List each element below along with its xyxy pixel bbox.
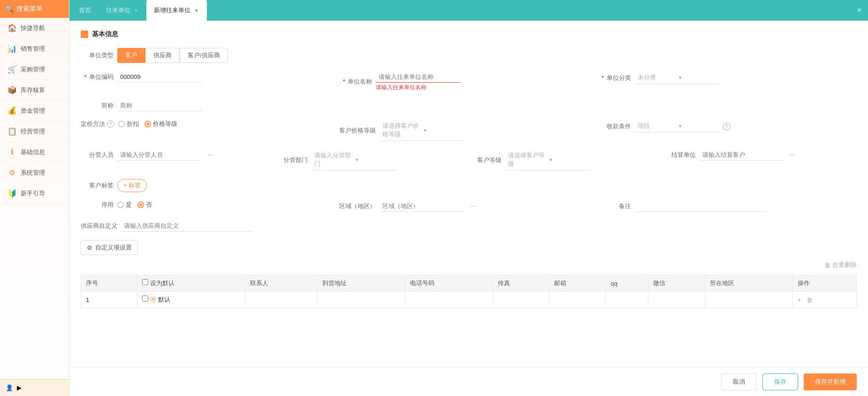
remark-input[interactable] [635, 201, 766, 212]
sidebar-item-sales[interactable]: 📊 销售管理 [0, 39, 69, 59]
cancel-button[interactable]: 取消 [721, 373, 757, 390]
tab-new-partner[interactable]: 新增往来单位 × [146, 0, 206, 21]
pricing-radio-level[interactable]: 价格等级 [145, 120, 177, 128]
customer-level-select[interactable]: 请选择客户等级 ▼ [505, 149, 590, 171]
td-email [549, 292, 606, 308]
pricing-radio-discount[interactable]: 折扣 [118, 120, 139, 128]
tab-new-partner-close[interactable]: × [193, 7, 199, 14]
row-checkbox[interactable] [142, 295, 148, 302]
sidebar-item-label: 新手引导 [21, 189, 45, 198]
delete-row-btn[interactable]: 🗑 [807, 296, 813, 303]
sidebar-item-system[interactable]: ⚙ 系统管理 [0, 163, 69, 183]
section-title-label: 基本信息 [92, 30, 118, 39]
region-more-btn[interactable]: ··· [468, 202, 478, 210]
th-contact: 联系人 [245, 275, 317, 292]
settlement-unit-input[interactable] [700, 149, 784, 161]
unit-category-select[interactable]: 未分类 ▼ [635, 71, 719, 84]
disabled-radio-no[interactable]: 否 [137, 201, 152, 209]
sidebar-item-guide[interactable]: 🔰 新手引导 [0, 183, 69, 204]
save-button[interactable]: 保存 [762, 373, 798, 390]
sidebar-item-basic-info[interactable]: ℹ 基础信息 [0, 142, 69, 163]
gear-icon: ⚙ [8, 168, 17, 177]
inventory-icon: 📦 [8, 85, 17, 94]
chevron-down-icon: ▼ [678, 75, 716, 80]
supplier-custom-input[interactable] [121, 220, 252, 232]
customer-tag-label: 客户标签 [81, 181, 114, 190]
default-radio[interactable]: ⦿ 默认 [150, 296, 170, 303]
tab-bar-close-all[interactable]: × [853, 4, 866, 16]
th-region: 所在地区 [705, 275, 792, 292]
unit-name-error-msg: 请输入往来单位名称 [376, 84, 460, 92]
add-tag-button[interactable]: + 标签 [117, 179, 147, 192]
sidebar-item-finance[interactable]: 💰 资金管理 [0, 101, 69, 121]
form-area: 基本信息 单位类型 客户 供应商 客户/供应商 * 单位编码 [69, 21, 868, 367]
sidebar-item-label: 快捷导航 [21, 24, 45, 32]
tab-home-label: 首页 [79, 6, 91, 15]
save-new-button[interactable]: 保存并新增 [804, 373, 857, 390]
tab-partner-list[interactable]: 往来单位 × [99, 0, 146, 21]
department-select[interactable]: 请输入分管部门 ▼ [312, 149, 396, 171]
info-icon: ℹ [8, 148, 17, 156]
custom-settings-button[interactable]: ⚙ 自定义项设置 [81, 240, 138, 255]
sidebar-item-operations[interactable]: 📋 经营管理 [0, 121, 69, 142]
chevron-down-icon-dept: ▼ [355, 157, 393, 163]
th-wechat: 微信 [648, 275, 705, 292]
remark-label: 备注 [598, 202, 631, 210]
tab-partner-list-close[interactable]: × [133, 7, 139, 14]
unit-type-row: 单位类型 客户 供应商 客户/供应商 [81, 48, 857, 63]
batch-delete-label[interactable]: 批量删除 [832, 261, 857, 269]
unit-type-field: 单位类型 客户 供应商 客户/供应商 [81, 48, 857, 63]
type-btn-both[interactable]: 客户/供应商 [180, 48, 228, 63]
td-action: + 🗑 [792, 292, 856, 308]
unit-code-input[interactable] [117, 71, 202, 83]
section-icon [81, 31, 88, 38]
payment-terms-select[interactable]: 现结 ▼ [635, 120, 719, 132]
search-menu[interactable]: 🔍 搜索菜单 [0, 0, 69, 18]
payment-terms-field: 收款条件 现结 ▼ ? [598, 120, 857, 132]
help-icon-payment[interactable]: ? [723, 123, 731, 130]
manager-field: 分管人员 ··· [81, 149, 275, 161]
chevron-down-icon-payment: ▼ [678, 124, 716, 129]
short-name-input[interactable] [117, 100, 202, 111]
add-row-btn[interactable]: + [798, 296, 801, 303]
custom-settings-area: ⚙ 自定义项设置 [81, 240, 857, 255]
th-address: 到货地址 [317, 275, 405, 292]
customer-price-level-select[interactable]: 请选择客户价格等级 ▼ [380, 120, 464, 141]
settlement-more-btn[interactable]: ··· [788, 151, 798, 159]
pricing-row: 定价方法 ? 折扣 价格等级 客户价格等级 请选择客户价 [81, 120, 857, 141]
td-address [317, 292, 405, 308]
pricing-radio-group: 折扣 价格等级 [118, 120, 177, 128]
unit-category-field: * 单位分类 未分类 ▼ [598, 71, 857, 84]
table-select-all[interactable] [142, 279, 148, 285]
radio-circle-yes [117, 202, 124, 208]
supplier-custom-field: 供应商自定义 [81, 220, 857, 232]
pricing-method-label: 定价方法 ? [81, 120, 114, 128]
home-icon: 🏠 [8, 23, 17, 32]
sidebar-item-quick-nav[interactable]: 🏠 快捷导航 [0, 18, 69, 39]
finance-icon: 💰 [8, 106, 17, 115]
td-contact [245, 292, 317, 308]
th-seq: 序号 [81, 275, 137, 292]
tab-home[interactable]: 首页 [71, 0, 99, 21]
user-avatar-icon: 👤 [6, 384, 13, 391]
sidebar-item-purchase[interactable]: 🛒 采购管理 [0, 59, 69, 80]
unit-name-input[interactable] [376, 71, 460, 83]
type-btn-customer[interactable]: 客户 [117, 48, 145, 63]
td-phone [405, 292, 493, 308]
th-action: 操作 [792, 275, 856, 292]
gear-small-icon: ⚙ [87, 244, 92, 251]
purchase-icon: 🛒 [8, 65, 17, 74]
required-star-name: * [343, 78, 345, 85]
supplier-custom-row: 供应商自定义 [81, 220, 857, 232]
expand-icon[interactable]: ▶ [17, 384, 22, 391]
disabled-radio-yes[interactable]: 是 [117, 201, 132, 209]
unit-category-label: * 单位分类 [598, 74, 631, 82]
help-icon-pricing[interactable]: ? [107, 120, 114, 128]
manager-more-btn[interactable]: ··· [206, 151, 215, 159]
required-star-cat: * [602, 74, 604, 81]
manager-input[interactable] [117, 149, 202, 161]
unit-code-field: * 单位编码 [81, 71, 339, 83]
sidebar-item-inventory[interactable]: 📦 库存核算 [0, 80, 69, 101]
type-btn-supplier[interactable]: 供应商 [145, 48, 180, 63]
region-input[interactable] [380, 201, 464, 212]
